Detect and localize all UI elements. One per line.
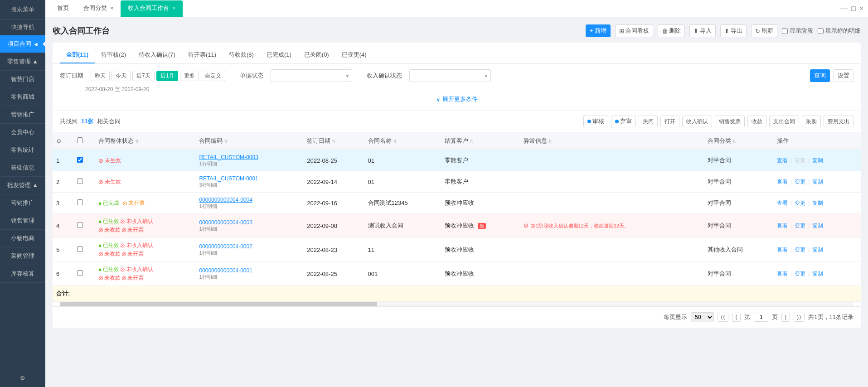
select-all-checkbox[interactable] xyxy=(77,137,83,143)
contract-code-link[interactable]: RETAIL_CUSTOM-0001 xyxy=(199,175,258,182)
th-category[interactable]: 合同分类⇅ xyxy=(704,132,773,150)
sidebar-item-basic-info[interactable]: 基础信息 xyxy=(0,159,45,177)
filter-tab-all[interactable]: 全部(11) xyxy=(60,47,95,63)
tab-home[interactable]: 首页 xyxy=(50,0,76,17)
income-confirm-select[interactable]: ▾ xyxy=(409,69,491,82)
print-btn[interactable]: 打开 xyxy=(660,116,679,127)
action-copy[interactable]: 复制 xyxy=(812,246,823,254)
sidebar-item-inventory[interactable]: 库存核算 xyxy=(0,265,45,283)
action-copy[interactable]: 复制 xyxy=(812,222,823,230)
expand-filter-btn[interactable]: ∨ 展开更多条件 xyxy=(436,95,478,103)
sidebar-item-retail-mgmt[interactable]: 零售管理 ▲ xyxy=(0,53,45,71)
date-btn-last1month[interactable]: 近1月 xyxy=(156,71,179,81)
tab-contract-category[interactable]: 合同分类 × xyxy=(76,0,121,17)
window-minimize-btn[interactable]: — xyxy=(840,5,848,13)
action-copy[interactable]: 复制 xyxy=(812,178,823,186)
row-checkbox[interactable] xyxy=(73,150,95,171)
filter-tab-pending-income[interactable]: 待收入确认(7) xyxy=(132,47,182,63)
filter-tab-pending-review[interactable]: 待审核(2) xyxy=(95,47,132,63)
show-segments-checkbox-label[interactable]: 显示阶段 xyxy=(782,27,813,35)
contract-code-link[interactable]: 0000000000004-0003 xyxy=(199,219,252,226)
filter-tab-changed[interactable]: 已变更(4) xyxy=(335,47,373,63)
delete-button[interactable]: 🗑 删除 xyxy=(658,24,685,37)
search-button[interactable]: 查询 xyxy=(810,69,830,82)
sidebar-item-smart-store[interactable]: 智慧门店 xyxy=(0,71,45,88)
th-status[interactable]: 合同整体状态⇅ xyxy=(95,132,196,150)
expense-out-btn[interactable]: 支出合同 xyxy=(769,116,799,127)
window-close-btn[interactable]: × xyxy=(859,5,863,13)
sales-invoice-btn[interactable]: 销售发票 xyxy=(715,116,745,127)
th-name[interactable]: 合同名称⇅ xyxy=(364,132,441,150)
action-change[interactable]: 变更 xyxy=(795,199,805,207)
row-checkbox[interactable] xyxy=(73,193,95,214)
action-view[interactable]: 查看 xyxy=(777,157,788,164)
sidebar-quick-nav[interactable]: 快捷导航 xyxy=(0,19,45,35)
show-details-checkbox-label[interactable]: 显示标的明细 xyxy=(818,27,861,35)
sidebar-item-retail-stats[interactable]: 零售统计 xyxy=(0,141,45,159)
abandon-btn[interactable]: 弃审 xyxy=(611,116,636,127)
show-details-checkbox[interactable] xyxy=(818,28,824,34)
sidebar-item-marketing[interactable]: 营销推广 xyxy=(0,106,45,124)
action-view[interactable]: 查看 xyxy=(777,178,788,186)
horizontal-scrollbar[interactable] xyxy=(60,302,853,306)
refresh-button[interactable]: ↻ 刷新 xyxy=(751,24,777,37)
last-page-btn[interactable]: ⟩⟩ xyxy=(794,313,805,322)
page-size-select[interactable]: 50 10 20 100 xyxy=(691,312,714,322)
tab-income-workspace[interactable]: 收入合同工作台 × xyxy=(121,0,183,17)
first-page-btn[interactable]: ⟨⟨ xyxy=(718,313,728,322)
tab-close-income-workspace[interactable]: × xyxy=(173,5,175,11)
page-input[interactable] xyxy=(754,313,768,322)
date-btn-yesterday[interactable]: 昨天 xyxy=(91,71,110,81)
action-change[interactable]: 变更 xyxy=(795,178,805,186)
action-copy[interactable]: 复制 xyxy=(812,270,823,278)
row-checkbox[interactable] xyxy=(73,262,95,286)
purchase-btn[interactable]: 采购 xyxy=(802,116,821,127)
settings-button[interactable]: 设置 xyxy=(834,69,853,82)
sidebar-item-project[interactable]: 项目合同 ◀ xyxy=(0,35,45,53)
import-button[interactable]: ⬇ 导入 xyxy=(689,24,716,37)
action-view[interactable]: 查看 xyxy=(777,270,788,278)
sidebar-item-sales[interactable]: 销售管理 xyxy=(0,212,45,230)
contract-code-link[interactable]: 0000000000004-0002 xyxy=(199,243,252,250)
export-button[interactable]: ⬆ 导出 xyxy=(720,24,747,37)
action-change[interactable]: 变更 xyxy=(795,270,805,278)
collect-btn[interactable]: 收款 xyxy=(747,116,766,127)
row-checkbox[interactable] xyxy=(73,171,95,193)
sidebar-search[interactable]: 搜索菜单 xyxy=(0,0,45,19)
action-copy[interactable]: 复制 xyxy=(812,199,823,207)
row-checkbox[interactable] xyxy=(73,238,95,262)
action-view[interactable]: 查看 xyxy=(777,222,788,230)
expense-output-btn[interactable]: 费用支出 xyxy=(824,116,853,127)
action-view[interactable]: 查看 xyxy=(777,199,788,207)
th-error[interactable]: 异常信息⇅ xyxy=(520,132,704,150)
contract-board-button[interactable]: ⊞ 合同看板 xyxy=(615,24,653,37)
date-btn-custom[interactable]: 自定义 xyxy=(201,71,225,81)
next-page-btn[interactable]: ⟩ xyxy=(781,313,790,322)
th-gear[interactable]: ⚙ xyxy=(53,132,73,150)
date-btn-more[interactable]: 更多 xyxy=(180,71,199,81)
th-customer[interactable]: 结算客户⇅ xyxy=(441,132,519,150)
filter-tab-pending-invoice[interactable]: 待开票(11) xyxy=(182,47,223,63)
income-confirm-btn[interactable]: 收入确认 xyxy=(682,116,712,127)
filter-tab-pending-payment[interactable]: 待收款(8) xyxy=(223,47,260,63)
contract-code-link[interactable]: 0000000000004-0001 xyxy=(199,267,252,274)
action-change[interactable]: 变更 xyxy=(795,246,805,254)
action-change[interactable]: 变更 xyxy=(795,222,805,230)
new-button[interactable]: + 新增 xyxy=(586,24,611,37)
action-view[interactable]: 查看 xyxy=(777,246,788,254)
sidebar-settings[interactable]: ⚙ xyxy=(0,369,45,387)
contract-code-link[interactable]: 0000000000004-0004 xyxy=(199,197,252,203)
th-sign-date[interactable]: 签订日期⇅ xyxy=(303,132,364,150)
sidebar-item-retail-mall[interactable]: 零售商城 xyxy=(0,88,45,106)
window-maximize-btn[interactable]: □ xyxy=(851,5,856,13)
sidebar-item-ecommerce[interactable]: 小畅电商 xyxy=(0,230,45,247)
filter-tab-completed[interactable]: 已完成(1) xyxy=(260,47,298,63)
gear-icon[interactable]: ⚙ xyxy=(56,138,62,145)
sidebar-item-wholesale[interactable]: 批发管理 ▲ xyxy=(0,177,45,194)
prev-page-btn[interactable]: ⟨ xyxy=(732,313,741,322)
sidebar-item-member[interactable]: 会员中心 xyxy=(0,124,45,141)
action-copy[interactable]: 复制 xyxy=(812,157,823,164)
doc-status-select[interactable]: ▾ xyxy=(271,69,352,82)
date-btn-last7[interactable]: 近7天 xyxy=(132,71,155,81)
date-btn-today[interactable]: 今天 xyxy=(112,71,131,81)
